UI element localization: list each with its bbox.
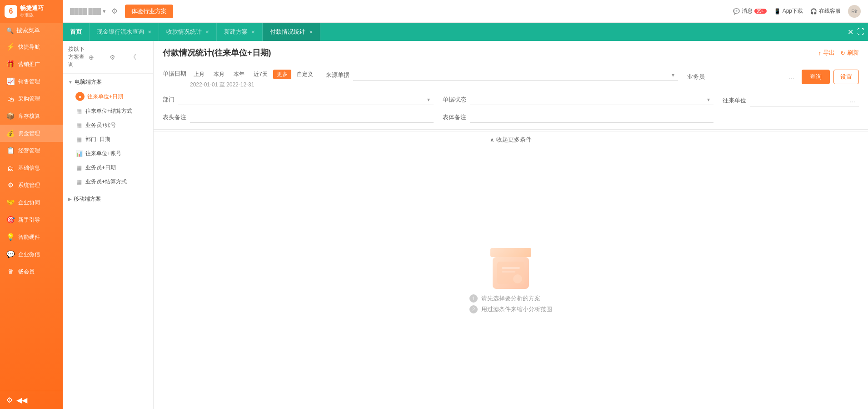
topbar-gear-icon[interactable]: ⚙	[111, 7, 118, 15]
xitong-icon: ⚙	[6, 181, 15, 189]
tab-receipts[interactable]: 收款情况统计 ✕	[159, 23, 217, 41]
empty-hint-1: 1 请先选择要分析的方案	[469, 294, 552, 303]
sidebar-item-qiye[interactable]: 🤝 企业协同	[0, 194, 63, 211]
topbar-actions: 💬 消息 99+ 📱 App下载 🎧 在线客服 Rit	[733, 5, 861, 18]
zhineng-icon: 💡	[6, 233, 15, 241]
sidebar-item-zijin[interactable]: 💰 资金管理	[0, 125, 63, 142]
plan-item-salesman-settle[interactable]: ▦ 业务员+结算方式	[63, 175, 153, 189]
dept-input[interactable]	[180, 96, 427, 103]
date-this-year[interactable]: 本年	[230, 70, 248, 79]
export-button[interactable]: ↑ 导出	[818, 49, 835, 57]
user-avatar[interactable]: Rit	[848, 5, 861, 18]
settings-bottom-icon[interactable]: ⚙	[6, 396, 13, 404]
partner-ellipsis[interactable]: ...	[849, 96, 855, 104]
partner-input[interactable]	[752, 97, 848, 104]
query-button[interactable]: 查询	[802, 70, 830, 84]
sidebar-item-jichu[interactable]: 🗂 基础信息	[0, 159, 63, 177]
trial-button[interactable]: 体验行业方案	[125, 5, 173, 18]
tab-home[interactable]: 首页	[63, 23, 90, 41]
hint-num-2: 2	[469, 305, 478, 313]
tab-payment-close-icon[interactable]: ✕	[309, 30, 313, 35]
jichu-icon: 🗂	[6, 164, 15, 172]
salesman-select[interactable]: ...	[708, 71, 798, 83]
page-header-actions: ↑ 导出 ↻ 刷新	[818, 49, 859, 57]
xiaoshou-icon: 📈	[6, 77, 15, 86]
plan-item-salesman-date[interactable]: ▦ 业务员+日期	[63, 161, 153, 175]
tab-cashflow[interactable]: 现金银行流水查询 ✕	[90, 23, 159, 41]
collapse-sidebar-icon[interactable]: ◀◀	[16, 396, 27, 404]
tab-close-all-icon[interactable]: ✕	[848, 28, 853, 36]
sidebar-item-xinshou[interactable]: 🎯 新手引导	[0, 211, 63, 228]
date-range-text: 2022-01-01 至 2022-12-31	[190, 81, 317, 89]
date-options: 上月 本月 本年 近7天 更多 自定义	[190, 70, 317, 79]
plan-item-partner-settle[interactable]: ▦ 往来单位+结算方式	[63, 104, 153, 118]
voucher-status-input[interactable]	[472, 96, 707, 103]
sidebar-item-xiaoshou[interactable]: 📈 销售管理	[0, 73, 63, 90]
voucher-status-select[interactable]: ▾	[470, 94, 713, 105]
plan-item-dept-date[interactable]: ▦ 部门+日期	[63, 132, 153, 146]
partner-select[interactable]: ...	[750, 94, 859, 106]
mobile-section-header[interactable]: ▶ 移动端方案	[63, 192, 153, 206]
weixin-icon: 💬	[6, 250, 15, 258]
date-more[interactable]: 更多	[273, 70, 291, 79]
zijin-icon: 💰	[6, 129, 15, 137]
source-input[interactable]	[355, 71, 672, 78]
add-plan-icon[interactable]: ⊕	[89, 54, 106, 61]
content-area: 按以下方案查询 ⊕ ⚙ 《 ▼ 电脑端方案 ● 往来单位+日期 ▦ 往来单位+结…	[63, 41, 868, 409]
mobile-plan-section: ▶ 移动端方案	[63, 191, 153, 207]
brand-text: ████ ███	[70, 8, 101, 15]
salesman-ellipsis[interactable]: ...	[788, 73, 794, 81]
messages-action[interactable]: 💬 消息 99+	[733, 7, 767, 15]
empty-hints: 1 请先选择要分析的方案 2 用过滤条件来缩小分析范围	[469, 294, 552, 313]
collapse-panel-icon[interactable]: 《	[130, 53, 148, 61]
dept-select[interactable]: ▾	[178, 94, 434, 105]
sidebar-item-zhineng[interactable]: 💡 智能硬件	[0, 228, 63, 246]
plan-icon-6: ▦	[75, 178, 83, 186]
tab-new-plan-close-icon[interactable]: ✕	[251, 30, 255, 35]
body-note-label: 表体备注	[443, 113, 466, 121]
filter-row-1: 单据日期 上月 本月 本年 近7天 更多 自定义 20	[163, 70, 859, 89]
desktop-arrow-icon: ▼	[68, 80, 73, 85]
plan-item-partner-account[interactable]: 📊 往来单位+账号	[63, 146, 153, 161]
plan-item-salesman-account[interactable]: ▦ 业务员+账号	[63, 118, 153, 132]
filter-bottom-row: ∧ 收起更多条件	[154, 131, 868, 147]
settings-button[interactable]: 设置	[833, 70, 859, 84]
sidebar: 6 畅捷通巧 标准版 🔍 搜索菜单 ⚡ 快捷导航 🎁 营销推广 📈 销售管理 🛍…	[0, 0, 63, 409]
phone-icon: 📱	[774, 8, 781, 15]
plan-settings-icon[interactable]: ⚙	[110, 54, 127, 61]
sidebar-item-xitong[interactable]: ⚙ 系统管理	[0, 177, 63, 194]
sidebar-item-yingxiao[interactable]: 🎁 营销推广	[0, 56, 63, 73]
plan-icon-3: ▦	[75, 136, 83, 143]
tab-expand-icon[interactable]: ⛶	[857, 28, 864, 36]
tab-receipts-close-icon[interactable]: ✕	[205, 30, 209, 35]
date-last-7[interactable]: 近7天	[250, 70, 271, 79]
sidebar-item-weixin[interactable]: 💬 企业微信	[0, 246, 63, 263]
plan-icon-4: 📊	[75, 150, 83, 157]
date-custom[interactable]: 自定义	[293, 70, 317, 79]
date-this-month[interactable]: 本月	[210, 70, 228, 79]
sidebar-item-jingying[interactable]: 📋 经营管理	[0, 142, 63, 159]
online-service-action[interactable]: 🎧 在线客服	[810, 7, 841, 15]
sidebar-item-kuaijie[interactable]: ⚡ 快捷导航	[0, 38, 63, 56]
desktop-section-header[interactable]: ▼ 电脑端方案	[63, 76, 153, 89]
sidebar-item-kucun[interactable]: 📦 库存核算	[0, 107, 63, 125]
sidebar-item-chang[interactable]: ♛ 畅会员	[0, 263, 63, 280]
tabbar: 首页 现金银行流水查询 ✕ 收款情况统计 ✕ 新建方案 ✕ 付款情况统计 ✕ ✕…	[63, 23, 868, 41]
source-select[interactable]: ▾	[353, 70, 678, 81]
date-last-month[interactable]: 上月	[190, 70, 208, 79]
collapse-more-btn[interactable]: ∧ 收起更多条件	[490, 132, 532, 147]
sidebar-item-caigou[interactable]: 🛍 采购管理	[0, 90, 63, 107]
salesman-input[interactable]	[710, 73, 787, 80]
left-panel-header: 按以下方案查询 ⊕ ⚙ 《	[63, 41, 153, 74]
tab-new-plan[interactable]: 新建方案 ✕	[217, 23, 263, 41]
header-note-input[interactable]	[190, 112, 434, 123]
search-menu[interactable]: 🔍 搜索菜单	[0, 23, 63, 38]
tab-payment[interactable]: 付款情况统计 ✕	[263, 23, 320, 41]
collapse-arrow-icon: ∧	[490, 136, 494, 143]
tab-cashflow-close-icon[interactable]: ✕	[148, 30, 151, 35]
app-download-action[interactable]: 📱 App下载	[774, 7, 803, 15]
plan-item-partner-date[interactable]: ● 往来单位+日期	[63, 89, 153, 104]
refresh-button[interactable]: ↻ 刷新	[840, 49, 859, 57]
headset-icon: 🎧	[810, 8, 817, 15]
body-note-input[interactable]	[470, 112, 713, 123]
